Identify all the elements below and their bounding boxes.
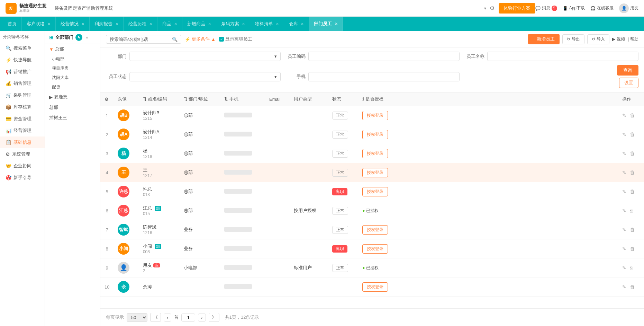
user-menu[interactable]: 👤 用友 [619,3,638,13]
more-conditions-btn[interactable]: ⚡ 更多条件 ▲ [185,36,216,42]
search-icon[interactable]: 🔍 [172,37,178,42]
settings-icon[interactable]: ⚙ [490,5,495,11]
tab-dept-staff[interactable]: 部门员工✕ [309,17,343,31]
tab-barcode[interactable]: 条码方案✕ [216,17,250,31]
sidebar-item-collab[interactable]: 🤝 企业协同 [0,160,45,172]
sidebar-item-marketing[interactable]: 📢 营销推广 [0,66,45,78]
filter-emp-name-input[interactable] [487,52,638,61]
dept-dropdown-arrow[interactable]: ▾ [274,54,277,59]
edit-icon[interactable]: ✎ [622,113,626,118]
tab-add-goods[interactable]: 新增商品✕ [182,17,216,31]
first-page-btn[interactable]: 《 [150,313,161,322]
message-btn[interactable]: 💬 消息 5 [535,5,557,11]
sidebar-item-system[interactable]: ⚙ 系统管理 [0,148,45,160]
filter-emp-status-input[interactable]: ▾ [129,72,281,81]
col-name[interactable]: ⇅ 姓名/编码 [139,92,180,106]
online-service-btn[interactable]: 🎧 在线客服 [590,5,614,11]
tab-operation[interactable]: 经营情况✕ [56,17,90,31]
auth-btn[interactable]: 授权登录 [362,225,388,235]
auth-btn[interactable]: 授权登录 [362,282,388,292]
sidebar-item-purchase[interactable]: 🛒 采购管理 [0,89,45,101]
tab-home[interactable]: 首页 [3,17,22,31]
delete-icon[interactable]: 🗑 [630,132,635,137]
resigned-checkbox[interactable]: ✓ [219,37,224,42]
tab-profit-close[interactable]: ✕ [115,22,118,26]
page-number-input[interactable] [181,314,195,321]
tab-journey[interactable]: 经营历程✕ [124,17,157,31]
edit-icon[interactable]: ✎ [622,284,626,290]
dept-double-deer[interactable]: ▶ 双鹿想 [45,92,100,102]
dept-shenyang[interactable]: 沈阳大库 [45,73,100,82]
copy-icon[interactable]: ⎘ [630,208,633,213]
next-page-btn[interactable]: › [198,314,206,321]
delete-icon[interactable]: 🗑 [630,284,635,290]
filter-dept-input[interactable]: ▾ [129,52,281,61]
delete-icon[interactable]: 🗑 [630,246,635,252]
edit-icon[interactable]: ✎ [622,151,626,156]
auth-btn[interactable]: 授权登录 [362,111,388,120]
filter-emp-code-input[interactable] [308,52,460,61]
auth-btn[interactable]: 授权登录 [362,130,388,139]
tab-goods-close[interactable]: ✕ [174,22,177,26]
dept-tree-planting[interactable]: 插树王三 [45,113,100,123]
search-input[interactable] [110,37,172,42]
dept-general-hq[interactable]: ▼ 总部 [45,44,100,54]
delete-icon[interactable]: 🗑 [630,170,635,175]
edit-icon[interactable]: ✎ [622,132,626,137]
sidebar-search-input[interactable] [3,34,45,39]
col-dept[interactable]: ⇅ 部门/职位 [180,92,220,106]
dept-edit-icon[interactable]: ✎ [75,34,82,41]
delete-icon[interactable]: 🗑 [630,151,635,156]
edit-icon[interactable]: ✎ [622,189,626,194]
tab-bom-close[interactable]: ✕ [276,22,279,26]
edit-icon[interactable]: ✎ [622,265,626,271]
tab-operation-close[interactable]: ✕ [81,22,84,26]
auth-btn[interactable]: 授权登录 [362,244,388,254]
prev-page-btn[interactable]: ‹ [164,314,171,321]
dept-delivery[interactable]: 配货 [45,82,100,92]
auth-btn[interactable]: 授权登录 [362,187,388,196]
set-btn[interactable]: 设置 [619,78,638,88]
last-page-btn[interactable]: 》 [209,313,219,322]
auth-btn[interactable]: 授权登录 [362,149,388,158]
export-btn[interactable]: ↻ 导出 [562,34,584,44]
dept-small-elec[interactable]: 小电部 [45,54,100,64]
import-btn[interactable]: ↺ 导入 [587,34,609,44]
tab-customer[interactable]: 客户联络✕ [22,17,56,31]
edit-icon[interactable]: ✎ [622,246,626,252]
delete-icon[interactable]: 🗑 [630,227,635,232]
sidebar-item-guide[interactable]: 🎯 新手引导 [0,172,45,184]
edit-icon[interactable]: ✎ [622,170,626,175]
status-dropdown-arrow[interactable]: ▾ [274,74,277,79]
help-btn[interactable]: | 帮助 [628,36,638,42]
show-resigned-toggle[interactable]: ✓ 显示离职员工 [219,36,252,42]
system-dropdown-icon[interactable]: ▾ [484,6,486,11]
sidebar-item-operation-mgmt[interactable]: 📊 经营管理 [0,125,45,136]
dept-hq2[interactable]: 总部 [45,102,100,113]
tab-customer-close[interactable]: ✕ [47,22,51,26]
tab-add-goods-close[interactable]: ✕ [208,22,211,26]
sidebar-item-finance[interactable]: 💳 资金管理 [0,113,45,125]
view-btn[interactable]: ▶ 视频 [612,36,625,42]
delete-icon[interactable]: 🗑 [630,189,635,194]
app-download-btn[interactable]: 📱 App下载 [563,5,585,11]
sidebar-item-basic-info[interactable]: 📋 基础信息 [0,136,45,148]
sidebar-item-sales[interactable]: 💰 销售管理 [0,78,45,89]
tab-bom[interactable]: 物料清单✕ [250,17,284,31]
tab-warehouse-close[interactable]: ✕ [301,22,304,26]
sidebar-item-inventory[interactable]: 📦 库存核算 [0,101,45,113]
copy-icon[interactable]: ⎘ [630,265,633,271]
auth-btn[interactable]: 授权登录 [362,168,388,177]
add-employee-btn[interactable]: + 新增员工 [528,34,560,44]
sidebar-item-nav[interactable]: ⚡ 快捷导航 [0,54,45,66]
edit-icon[interactable]: ✎ [622,227,626,232]
col-phone[interactable]: ⇅ 手机 [220,92,265,106]
sidebar-item-search[interactable]: 🔍 搜索菜单 [0,42,45,54]
tab-goods[interactable]: 商品✕ [157,17,182,31]
dept-project-room[interactable]: 项目库房 [45,64,100,73]
delete-icon[interactable]: 🗑 [630,113,635,118]
query-btn[interactable]: 查询 [617,65,638,76]
tab-dept-staff-close[interactable]: ✕ [335,22,338,26]
edit-icon[interactable]: ✎ [622,208,626,213]
tab-warehouse[interactable]: 仓库✕ [284,17,309,31]
